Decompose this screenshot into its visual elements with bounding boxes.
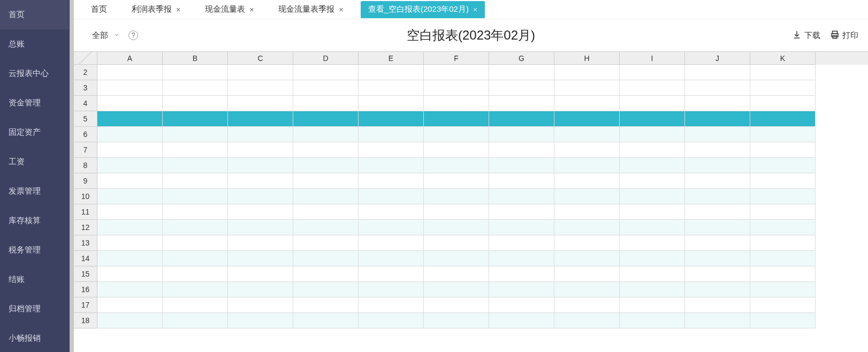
- cell[interactable]: [685, 80, 750, 96]
- cell[interactable]: [424, 65, 489, 80]
- cell[interactable]: [750, 282, 816, 297]
- cell[interactable]: [620, 65, 685, 80]
- column-header[interactable]: K: [750, 52, 816, 65]
- column-header[interactable]: G: [489, 52, 554, 65]
- filter-dropdown[interactable]: 全部 ?: [83, 30, 138, 41]
- cell[interactable]: [750, 127, 816, 142]
- cell[interactable]: [750, 96, 816, 111]
- sidebar-item[interactable]: 固定资产: [0, 118, 69, 147]
- cell[interactable]: [554, 235, 620, 251]
- cell[interactable]: [620, 235, 685, 251]
- close-icon[interactable]: ×: [249, 5, 254, 14]
- cell[interactable]: [685, 204, 750, 220]
- cell[interactable]: [228, 173, 293, 189]
- cell[interactable]: [620, 313, 685, 328]
- cell[interactable]: [359, 282, 424, 297]
- column-header[interactable]: A: [97, 52, 163, 65]
- cell[interactable]: [293, 142, 359, 158]
- column-header[interactable]: D: [293, 52, 359, 65]
- spreadsheet[interactable]: ABCDEFGHIJK 23456789101112131415161718: [74, 51, 868, 352]
- cell[interactable]: [750, 204, 816, 220]
- tab[interactable]: 利润表季报×: [124, 1, 188, 18]
- row-header[interactable]: 16: [74, 282, 97, 297]
- cell[interactable]: [424, 173, 489, 189]
- cell[interactable]: [293, 266, 359, 282]
- sidebar-item[interactable]: 结账: [0, 265, 69, 294]
- cell[interactable]: [554, 251, 620, 266]
- sidebar-item[interactable]: 首页: [0, 0, 69, 29]
- cell[interactable]: [293, 297, 359, 313]
- cell[interactable]: [685, 235, 750, 251]
- cell[interactable]: [228, 96, 293, 111]
- row-header[interactable]: 12: [74, 220, 97, 235]
- cell[interactable]: [97, 65, 163, 80]
- cell[interactable]: [489, 282, 554, 297]
- cell[interactable]: [97, 189, 163, 204]
- cell[interactable]: [424, 235, 489, 251]
- cell[interactable]: [359, 80, 424, 96]
- column-header[interactable]: F: [424, 52, 489, 65]
- row-header[interactable]: 14: [74, 251, 97, 266]
- cell[interactable]: [359, 142, 424, 158]
- cell[interactable]: [359, 313, 424, 328]
- cell[interactable]: [750, 251, 816, 266]
- cell[interactable]: [620, 189, 685, 204]
- cell[interactable]: [620, 96, 685, 111]
- cell[interactable]: [750, 189, 816, 204]
- cell[interactable]: [359, 297, 424, 313]
- cell[interactable]: [489, 96, 554, 111]
- select-all-corner[interactable]: [74, 52, 97, 65]
- cell[interactable]: [685, 189, 750, 204]
- cell[interactable]: [685, 142, 750, 158]
- cell[interactable]: [750, 158, 816, 173]
- print-button[interactable]: 打印: [830, 30, 858, 41]
- cell[interactable]: [554, 127, 620, 142]
- column-header[interactable]: B: [163, 52, 228, 65]
- cell[interactable]: [424, 266, 489, 282]
- cell[interactable]: [293, 251, 359, 266]
- cell[interactable]: [97, 204, 163, 220]
- cell[interactable]: [554, 282, 620, 297]
- cell[interactable]: [750, 111, 816, 127]
- tab[interactable]: 现金流量表季报×: [271, 1, 351, 18]
- cell[interactable]: [750, 313, 816, 328]
- cell[interactable]: [163, 127, 228, 142]
- cell[interactable]: [620, 111, 685, 127]
- cell[interactable]: [750, 173, 816, 189]
- cell[interactable]: [97, 96, 163, 111]
- cell[interactable]: [97, 251, 163, 266]
- cell[interactable]: [293, 189, 359, 204]
- cell[interactable]: [97, 220, 163, 235]
- cell[interactable]: [424, 313, 489, 328]
- cell[interactable]: [489, 297, 554, 313]
- cell[interactable]: [293, 111, 359, 127]
- row-header[interactable]: 13: [74, 235, 97, 251]
- cell[interactable]: [228, 80, 293, 96]
- sidebar-item[interactable]: 云报表中心: [0, 59, 69, 88]
- cell[interactable]: [359, 189, 424, 204]
- cell[interactable]: [489, 266, 554, 282]
- cell[interactable]: [359, 220, 424, 235]
- sidebar-item[interactable]: 发票管理: [0, 177, 69, 206]
- cell[interactable]: [750, 65, 816, 80]
- cell[interactable]: [228, 111, 293, 127]
- row-header[interactable]: 11: [74, 204, 97, 220]
- sidebar-item[interactable]: 工资: [0, 147, 69, 177]
- cell[interactable]: [620, 220, 685, 235]
- row-header[interactable]: 2: [74, 65, 97, 80]
- cell[interactable]: [554, 220, 620, 235]
- cell[interactable]: [620, 204, 685, 220]
- column-header[interactable]: C: [228, 52, 293, 65]
- column-header[interactable]: J: [685, 52, 750, 65]
- close-icon[interactable]: ×: [176, 5, 180, 14]
- cell[interactable]: [489, 313, 554, 328]
- cell[interactable]: [97, 80, 163, 96]
- cell[interactable]: [685, 266, 750, 282]
- cell[interactable]: [685, 111, 750, 127]
- cell[interactable]: [750, 142, 816, 158]
- cell[interactable]: [163, 266, 228, 282]
- cell[interactable]: [685, 282, 750, 297]
- cell[interactable]: [228, 282, 293, 297]
- cell[interactable]: [293, 158, 359, 173]
- cell[interactable]: [359, 158, 424, 173]
